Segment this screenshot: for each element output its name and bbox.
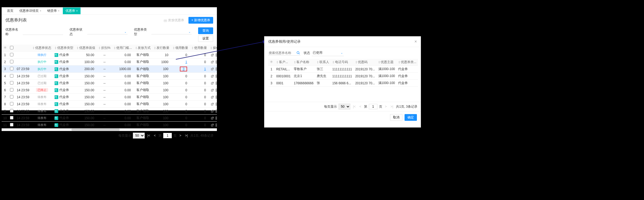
- row-checkbox[interactable]: [10, 60, 13, 63]
- first-page-button[interactable]: |<: [146, 134, 151, 137]
- per-page-select[interactable]: 50: [339, 104, 350, 110]
- column-header[interactable]: ▲▼优惠主题: [377, 59, 397, 66]
- share-icon[interactable]: [211, 103, 214, 106]
- qrcode-icon[interactable]: [216, 110, 217, 113]
- tab-首页[interactable]: 首页: [4, 8, 16, 14]
- next-page-button[interactable]: >: [178, 134, 182, 137]
- row-checkbox[interactable]: [10, 109, 13, 112]
- settings-column[interactable]: [2, 45, 8, 52]
- share-icon[interactable]: [211, 110, 214, 113]
- qrcode-icon[interactable]: [216, 117, 217, 120]
- share-icon[interactable]: [211, 82, 214, 85]
- row-checkbox[interactable]: [10, 123, 13, 126]
- column-header[interactable]: ▲▼优惠券类型: [53, 45, 75, 52]
- search-icon[interactable]: [297, 51, 300, 54]
- table-row[interactable]: 8 14 23:59 待发布 代代金券 150.00 -- 0.00 客户领取 …: [2, 101, 217, 108]
- table-row[interactable]: 2 执行中 代代金券 100.00 -- 0.00 客户领取 1000 1 0: [2, 59, 217, 66]
- close-icon[interactable]: ×: [414, 39, 417, 44]
- column-header[interactable]: ▲▼发行数量: [152, 45, 171, 52]
- qrcode-icon[interactable]: [216, 96, 217, 99]
- row-checkbox[interactable]: [10, 88, 13, 92]
- column-header[interactable]: ▲▼操作: [209, 45, 217, 52]
- row-checkbox[interactable]: [10, 53, 13, 56]
- column-header[interactable]: ▲▼客户名称: [292, 59, 315, 66]
- qrcode-icon[interactable]: [216, 53, 217, 57]
- share-icon[interactable]: [211, 123, 214, 127]
- filter-name-input[interactable]: [23, 29, 63, 35]
- qrcode-icon[interactable]: [216, 103, 217, 106]
- tab-优惠券[interactable]: 优惠券×: [63, 8, 81, 14]
- tab-销货单[interactable]: 销货单×: [45, 8, 62, 14]
- column-header[interactable]: ▲▼优惠券面值: [75, 45, 97, 52]
- qrcode-icon[interactable]: [216, 123, 217, 127]
- query-button[interactable]: 查询: [198, 27, 213, 34]
- column-header[interactable]: ▲▼联系人: [315, 59, 331, 66]
- horizontal-scrollbar[interactable]: [2, 129, 217, 131]
- last-page-button[interactable]: >|: [184, 134, 189, 137]
- next-page-button[interactable]: >: [384, 105, 388, 108]
- filter-type-select[interactable]: ⌄: [151, 30, 192, 34]
- row-checkbox[interactable]: [10, 95, 13, 99]
- close-icon[interactable]: ×: [76, 9, 78, 12]
- qrcode-icon[interactable]: [216, 89, 217, 92]
- filter-status-select[interactable]: ⌄: [87, 30, 128, 34]
- table-row[interactable]: 4 14 23:59 已过期 代代金券 150.00 -- 0.00 客户领取 …: [2, 73, 217, 80]
- share-icon[interactable]: [211, 53, 214, 57]
- settings-column[interactable]: [268, 59, 275, 66]
- column-header[interactable]: ▲▼使用门槛...: [112, 45, 133, 52]
- used-count-link[interactable]: 1: [204, 67, 206, 71]
- share-icon[interactable]: [211, 75, 214, 78]
- table-row[interactable]: 1 待执行 代代金券 50.00 -- 0.00 客户领取 10 0 0: [2, 52, 217, 59]
- share-icon[interactable]: [211, 117, 214, 120]
- prev-page-button[interactable]: <: [358, 105, 362, 108]
- page-input[interactable]: [163, 133, 172, 138]
- column-header[interactable]: ▲▼优惠券类...: [396, 59, 418, 66]
- per-page-select[interactable]: 50: [133, 133, 145, 139]
- table-row[interactable]: 10 14 23:59 待发布 代代金券 150.00 -- 0.00 客户领取…: [2, 115, 217, 122]
- add-coupon-button[interactable]: + 新增优惠券: [188, 17, 213, 24]
- qrcode-icon[interactable]: [216, 75, 217, 78]
- first-page-button[interactable]: |<: [352, 105, 357, 108]
- table-row[interactable]: 9 14 23:59 待发布 代代金券 150.00 -- 0.00 客户领取 …: [2, 108, 217, 115]
- column-header[interactable]: ▲▼折扣%: [97, 45, 112, 52]
- column-header[interactable]: ▲▼电话号码: [331, 59, 354, 66]
- close-icon[interactable]: ×: [58, 9, 60, 12]
- settings-button[interactable]: 设置: [198, 35, 213, 42]
- modal-status-select[interactable]: 已使用 ⌄: [312, 50, 344, 56]
- row-checkbox[interactable]: [10, 116, 13, 119]
- table-row[interactable]: 3 0001 17666666666 张 156 6666 6... 20191…: [268, 80, 418, 87]
- distribute-coupon-button[interactable]: 发放优惠券: [161, 17, 187, 23]
- table-row[interactable]: 11 14 23:59 待发布 代代金券 150.00 -- 0.00 客户领取…: [2, 122, 217, 129]
- confirm-button[interactable]: 确定: [405, 114, 417, 121]
- column-header[interactable]: ▲▼优惠券状态: [31, 45, 53, 52]
- select-all-checkbox[interactable]: [10, 46, 13, 49]
- row-checkbox[interactable]: [10, 81, 13, 85]
- modal-search-input[interactable]: [269, 51, 296, 55]
- table-row[interactable]: 1 RETAIL... 零散客户 张三 11111111111 2019120 …: [268, 66, 418, 73]
- table-row[interactable]: 3 07 23:59 执行中 代代金券 200.00 -- 1000.00 客户…: [2, 66, 217, 73]
- column-header[interactable]: ▲▼使用数量: [190, 45, 209, 52]
- column-header[interactable]: ▲▼领用数量: [171, 45, 190, 52]
- claimed-count-link[interactable]: 3: [180, 67, 187, 71]
- claimed-count-link[interactable]: 1: [185, 60, 187, 64]
- qrcode-icon[interactable]: [216, 67, 217, 71]
- close-icon[interactable]: ×: [40, 9, 41, 12]
- table-row[interactable]: 6 14 23:59 已终止 代代金券 150.00 -- 0.00 客户领取 …: [2, 87, 217, 94]
- qrcode-icon[interactable]: [216, 60, 217, 64]
- page-input[interactable]: [369, 104, 377, 109]
- table-row[interactable]: 5 14 23:59 已过期 代代金券 150.00 -- 0.00 客户领取 …: [2, 80, 217, 87]
- tab-优惠券详情页[interactable]: 优惠券详情页×: [17, 8, 44, 14]
- column-header[interactable]: ▲▼发放方式: [133, 45, 152, 52]
- share-icon[interactable]: [211, 60, 214, 64]
- share-icon[interactable]: [211, 67, 214, 71]
- share-icon[interactable]: [211, 96, 214, 99]
- column-header[interactable]: ▲▼客户...: [275, 59, 292, 66]
- share-icon[interactable]: [211, 89, 214, 92]
- prev-page-button[interactable]: <: [153, 134, 157, 137]
- table-row[interactable]: 2 00010001 北京1 唐先生 11111111111 2019120 7…: [268, 73, 418, 80]
- column-header[interactable]: ▲▼优惠码: [354, 59, 376, 66]
- row-checkbox[interactable]: [10, 74, 13, 78]
- row-checkbox[interactable]: [10, 102, 13, 106]
- cancel-button[interactable]: 取消: [390, 114, 402, 121]
- row-checkbox[interactable]: [10, 67, 13, 70]
